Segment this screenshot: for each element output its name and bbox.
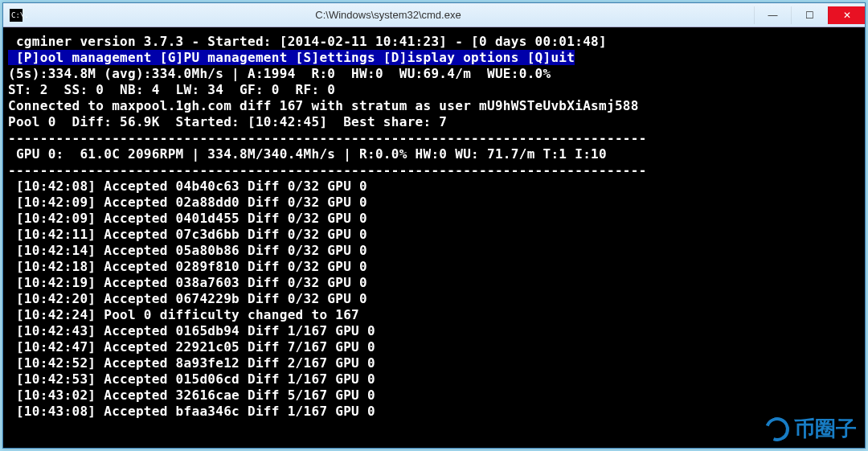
log-line: [10:42:09] Accepted 02a88dd0 Diff 0/32 G… (8, 195, 367, 210)
divider: ----------------------------------------… (8, 162, 647, 178)
log-line: [10:42:47] Accepted 22921c05 Diff 7/167 … (8, 339, 375, 355)
log-line: [10:42:19] Accepted 038a7603 Diff 0/32 G… (8, 275, 367, 290)
window-controls: — ☐ ✕ (754, 6, 865, 24)
window-title: C:\Windows\system32\cmd.exe (23, 9, 754, 21)
titlebar[interactable]: C:\. C:\Windows\system32\cmd.exe — ☐ ✕ (3, 3, 865, 27)
log-line: [10:42:43] Accepted 0165db94 Diff 1/167 … (8, 323, 375, 338)
watermark: 币圈子 (765, 415, 857, 443)
log-line: [10:42:11] Accepted 07c3d6bb Diff 0/32 G… (8, 227, 367, 242)
log-line: [10:42:52] Accepted 8a93fe12 Diff 2/167 … (8, 355, 375, 371)
divider: ----------------------------------------… (8, 130, 647, 146)
watermark-icon (761, 413, 793, 445)
cmd-window: C:\. C:\Windows\system32\cmd.exe — ☐ ✕ c… (2, 2, 866, 449)
close-button[interactable]: ✕ (828, 6, 865, 24)
gpu-line: GPU 0: 61.0C 2096RPM | 334.8M/340.4Mh/s … (8, 146, 607, 162)
log-line: [10:43:02] Accepted 32616cae Diff 5/167 … (8, 387, 375, 403)
stats-line-2: ST: 2 SS: 0 NB: 4 LW: 34 GF: 0 RF: 0 (8, 82, 335, 97)
log-line: [10:43:08] Accepted bfaa346c Diff 1/167 … (8, 404, 375, 419)
log-line: [10:42:18] Accepted 0289f810 Diff 0/32 G… (8, 259, 367, 274)
log-line: [10:42:08] Accepted 04b40c63 Diff 0/32 G… (8, 178, 367, 194)
log-line: [10:42:24] Pool 0 difficulty changed to … (8, 307, 359, 322)
log-line: [10:42:53] Accepted 015d06cd Diff 1/167 … (8, 371, 375, 387)
minimize-button[interactable]: — (754, 6, 791, 24)
block-line: Pool 0 Diff: 56.9K Started: [10:42:45] B… (8, 114, 447, 129)
version-line: cgminer version 3.7.3 - Started: [2014-0… (8, 34, 607, 49)
log-line: [10:42:14] Accepted 05a80b86 Diff 0/32 G… (8, 243, 367, 258)
maximize-button[interactable]: ☐ (791, 6, 828, 24)
log-line: [10:42:09] Accepted 0401d455 Diff 0/32 G… (8, 211, 367, 226)
watermark-text: 币圈子 (794, 415, 857, 443)
stats-line-1: (5s):334.8M (avg):334.0Mh/s | A:1994 R:0… (8, 66, 551, 81)
log-line: [10:42:20] Accepted 0674229b Diff 0/32 G… (8, 291, 367, 306)
console-output: cgminer version 3.7.3 - Started: [2014-0… (3, 27, 865, 448)
app-icon: C:\. (10, 9, 23, 22)
connection-line: Connected to maxpool.1gh.com diff 167 wi… (8, 98, 639, 113)
menu-line[interactable]: [P]ool management [G]PU management [S]et… (8, 50, 575, 65)
